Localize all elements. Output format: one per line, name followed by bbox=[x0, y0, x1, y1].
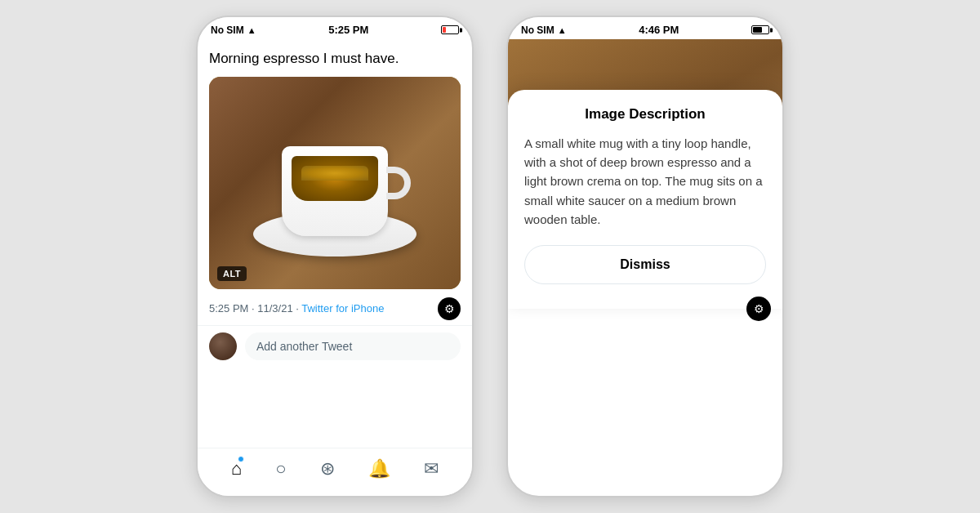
tweet-text: Morning espresso I must have. bbox=[209, 49, 461, 69]
battery-fill-right bbox=[753, 27, 762, 33]
wifi-icon-right: ▲ bbox=[558, 25, 567, 35]
time-left: 5:25 PM bbox=[328, 24, 368, 36]
alt-badge[interactable]: ALT bbox=[217, 266, 247, 281]
avatar-image bbox=[209, 332, 237, 360]
add-tweet-row: Add another Tweet bbox=[198, 325, 472, 367]
carrier-left: No SIM bbox=[211, 25, 244, 36]
status-bar-right: No SIM ▲ 4:46 PM bbox=[508, 17, 782, 39]
nav-spaces[interactable]: ⊛ bbox=[320, 458, 335, 480]
nav-notifications[interactable]: 🔔 bbox=[368, 458, 390, 480]
spaces-icon: ⊛ bbox=[320, 458, 335, 479]
cup bbox=[282, 146, 388, 236]
user-avatar bbox=[209, 332, 237, 360]
settings-button-left[interactable]: ⚙ bbox=[438, 297, 461, 320]
search-icon: ○ bbox=[275, 458, 286, 479]
description-text: A small white mug with a tiny loop handl… bbox=[524, 134, 766, 229]
twitter-source-link[interactable]: Twitter for iPhone bbox=[301, 302, 384, 314]
right-phone: No SIM ▲ 4:46 PM bbox=[506, 16, 784, 497]
battery-fill-left bbox=[443, 27, 447, 33]
crema bbox=[301, 166, 368, 181]
nav-home[interactable]: ⌂ bbox=[231, 458, 242, 480]
battery-icon-left bbox=[441, 25, 459, 34]
bell-icon: 🔔 bbox=[368, 458, 390, 479]
nav-home-dot bbox=[238, 456, 244, 462]
bottom-nav: ⌂ ○ ⊛ 🔔 ✉ bbox=[198, 448, 472, 496]
cup-handle bbox=[386, 167, 411, 199]
description-title: Image Description bbox=[524, 106, 766, 123]
tweet-meta: 5:25 PM · 11/3/21 · Twitter for iPhone ⚙ bbox=[198, 289, 472, 325]
status-right-left bbox=[441, 25, 459, 34]
carrier-right: No SIM bbox=[521, 25, 555, 36]
nav-search[interactable]: ○ bbox=[275, 458, 286, 480]
envelope-icon: ✉ bbox=[424, 458, 439, 479]
wifi-icon: ▲ bbox=[247, 25, 256, 35]
status-right-right bbox=[751, 25, 769, 34]
status-bar-left: No SIM ▲ 5:25 PM bbox=[198, 17, 472, 39]
espresso-scene bbox=[209, 77, 461, 289]
status-left-right: No SIM ▲ bbox=[521, 25, 567, 36]
time-right: 4:46 PM bbox=[639, 24, 679, 36]
dismiss-button[interactable]: Dismiss bbox=[524, 245, 766, 284]
battery-icon-right bbox=[751, 25, 769, 34]
settings-button-right[interactable]: ⚙ bbox=[746, 297, 771, 321]
image-description-panel: Image Description A small white mug with… bbox=[508, 90, 782, 309]
nav-messages[interactable]: ✉ bbox=[424, 458, 439, 480]
espresso-liquid bbox=[292, 156, 378, 201]
tweet-area: Morning espresso I must have. ALT bbox=[198, 39, 472, 289]
left-phone: No SIM ▲ 5:25 PM Morning espresso I must… bbox=[196, 16, 474, 497]
add-tweet-input[interactable]: Add another Tweet bbox=[245, 332, 461, 360]
status-left: No SIM ▲ bbox=[211, 25, 256, 36]
tweet-image[interactable]: ALT bbox=[209, 77, 461, 289]
tweet-timestamp: 5:25 PM · 11/3/21 · Twitter for iPhone bbox=[209, 302, 384, 314]
